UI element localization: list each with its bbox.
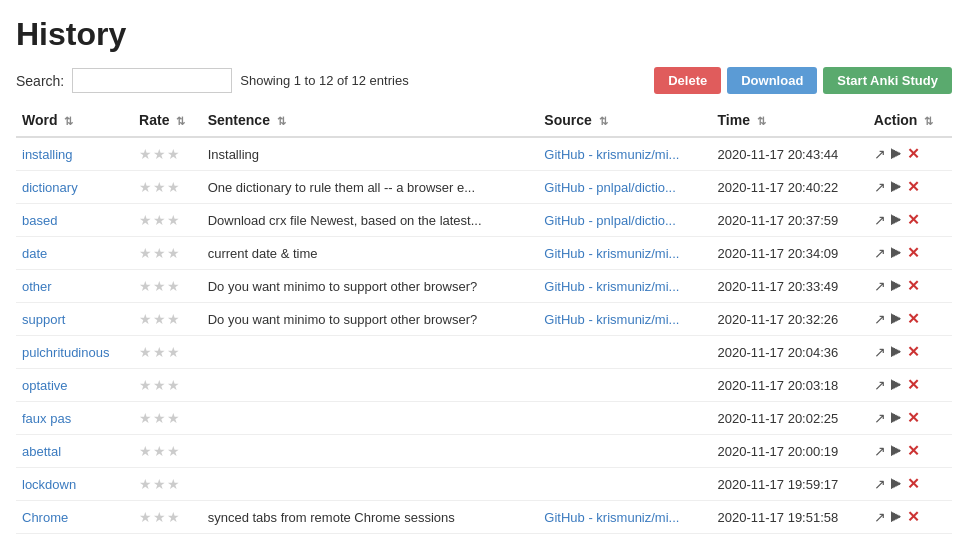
start-anki-button[interactable]: Start Anki Study (823, 67, 952, 94)
star-empty[interactable]: ★ (139, 146, 152, 162)
share-icon[interactable]: ⯈ (890, 444, 903, 459)
export-icon[interactable]: ↗︎ (874, 443, 886, 459)
export-icon[interactable]: ↗︎ (874, 377, 886, 393)
star-empty[interactable]: ★ (153, 278, 166, 294)
star-empty[interactable]: ★ (153, 476, 166, 492)
star-empty[interactable]: ★ (139, 344, 152, 360)
star-empty[interactable]: ★ (153, 443, 166, 459)
share-icon[interactable]: ⯈ (890, 279, 903, 294)
delete-button[interactable]: Delete (654, 67, 721, 94)
download-button[interactable]: Download (727, 67, 817, 94)
star-empty[interactable]: ★ (139, 509, 152, 525)
word-link[interactable]: faux pas (22, 411, 71, 426)
source-link[interactable]: GitHub - krismuniz/mi... (544, 510, 679, 525)
col-sentence[interactable]: Sentence ⇅ (202, 104, 539, 137)
search-input[interactable] (72, 68, 232, 93)
star-empty[interactable]: ★ (167, 311, 180, 327)
star-empty[interactable]: ★ (139, 245, 152, 261)
star-empty[interactable]: ★ (139, 311, 152, 327)
export-icon[interactable]: ↗︎ (874, 509, 886, 525)
star-rating[interactable]: ★★★ (139, 443, 180, 459)
export-icon[interactable]: ↗︎ (874, 311, 886, 327)
star-rating[interactable]: ★★★ (139, 278, 180, 294)
star-empty[interactable]: ★ (153, 212, 166, 228)
star-empty[interactable]: ★ (167, 344, 180, 360)
word-link[interactable]: date (22, 246, 47, 261)
star-rating[interactable]: ★★★ (139, 311, 180, 327)
word-link[interactable]: optative (22, 378, 68, 393)
star-rating[interactable]: ★★★ (139, 179, 180, 195)
word-link[interactable]: installing (22, 147, 73, 162)
star-rating[interactable]: ★★★ (139, 476, 180, 492)
delete-row-icon[interactable]: ✕ (907, 409, 920, 427)
star-empty[interactable]: ★ (153, 245, 166, 261)
export-icon[interactable]: ↗︎ (874, 179, 886, 195)
star-empty[interactable]: ★ (139, 179, 152, 195)
delete-row-icon[interactable]: ✕ (907, 442, 920, 460)
share-icon[interactable]: ⯈ (890, 246, 903, 261)
export-icon[interactable]: ↗︎ (874, 344, 886, 360)
star-empty[interactable]: ★ (153, 410, 166, 426)
star-empty[interactable]: ★ (139, 443, 152, 459)
source-link[interactable]: GitHub - krismuniz/mi... (544, 246, 679, 261)
share-icon[interactable]: ⯈ (890, 147, 903, 162)
star-empty[interactable]: ★ (167, 377, 180, 393)
export-icon[interactable]: ↗︎ (874, 212, 886, 228)
star-rating[interactable]: ★★★ (139, 245, 180, 261)
star-empty[interactable]: ★ (167, 179, 180, 195)
export-icon[interactable]: ↗︎ (874, 278, 886, 294)
delete-row-icon[interactable]: ✕ (907, 376, 920, 394)
word-link[interactable]: based (22, 213, 57, 228)
star-empty[interactable]: ★ (153, 311, 166, 327)
star-empty[interactable]: ★ (153, 344, 166, 360)
export-icon[interactable]: ↗︎ (874, 476, 886, 492)
star-empty[interactable]: ★ (167, 509, 180, 525)
col-time[interactable]: Time ⇅ (712, 104, 868, 137)
star-rating[interactable]: ★★★ (139, 344, 180, 360)
share-icon[interactable]: ⯈ (890, 180, 903, 195)
star-empty[interactable]: ★ (167, 146, 180, 162)
star-empty[interactable]: ★ (139, 212, 152, 228)
word-link[interactable]: abettal (22, 444, 61, 459)
source-link[interactable]: GitHub - pnlpal/dictio... (544, 213, 676, 228)
delete-row-icon[interactable]: ✕ (907, 343, 920, 361)
export-icon[interactable]: ↗︎ (874, 245, 886, 261)
col-word[interactable]: Word ⇅ (16, 104, 133, 137)
word-link[interactable]: pulchritudinous (22, 345, 109, 360)
star-empty[interactable]: ★ (167, 443, 180, 459)
star-rating[interactable]: ★★★ (139, 410, 180, 426)
star-empty[interactable]: ★ (139, 410, 152, 426)
share-icon[interactable]: ⯈ (890, 213, 903, 228)
delete-row-icon[interactable]: ✕ (907, 211, 920, 229)
export-icon[interactable]: ↗︎ (874, 146, 886, 162)
delete-row-icon[interactable]: ✕ (907, 277, 920, 295)
word-link[interactable]: lockdown (22, 477, 76, 492)
col-rate[interactable]: Rate ⇅ (133, 104, 202, 137)
delete-row-icon[interactable]: ✕ (907, 310, 920, 328)
delete-row-icon[interactable]: ✕ (907, 508, 920, 526)
star-empty[interactable]: ★ (153, 377, 166, 393)
word-link[interactable]: dictionary (22, 180, 78, 195)
star-empty[interactable]: ★ (153, 509, 166, 525)
delete-row-icon[interactable]: ✕ (907, 475, 920, 493)
star-rating[interactable]: ★★★ (139, 509, 180, 525)
star-empty[interactable]: ★ (139, 476, 152, 492)
star-rating[interactable]: ★★★ (139, 377, 180, 393)
share-icon[interactable]: ⯈ (890, 477, 903, 492)
star-empty[interactable]: ★ (167, 278, 180, 294)
share-icon[interactable]: ⯈ (890, 510, 903, 525)
col-source[interactable]: Source ⇅ (538, 104, 711, 137)
delete-row-icon[interactable]: ✕ (907, 145, 920, 163)
delete-row-icon[interactable]: ✕ (907, 178, 920, 196)
share-icon[interactable]: ⯈ (890, 411, 903, 426)
source-link[interactable]: GitHub - krismuniz/mi... (544, 312, 679, 327)
star-empty[interactable]: ★ (167, 410, 180, 426)
star-empty[interactable]: ★ (167, 476, 180, 492)
star-empty[interactable]: ★ (153, 146, 166, 162)
star-empty[interactable]: ★ (139, 377, 152, 393)
share-icon[interactable]: ⯈ (890, 378, 903, 393)
share-icon[interactable]: ⯈ (890, 312, 903, 327)
source-link[interactable]: GitHub - krismuniz/mi... (544, 279, 679, 294)
share-icon[interactable]: ⯈ (890, 345, 903, 360)
word-link[interactable]: other (22, 279, 52, 294)
